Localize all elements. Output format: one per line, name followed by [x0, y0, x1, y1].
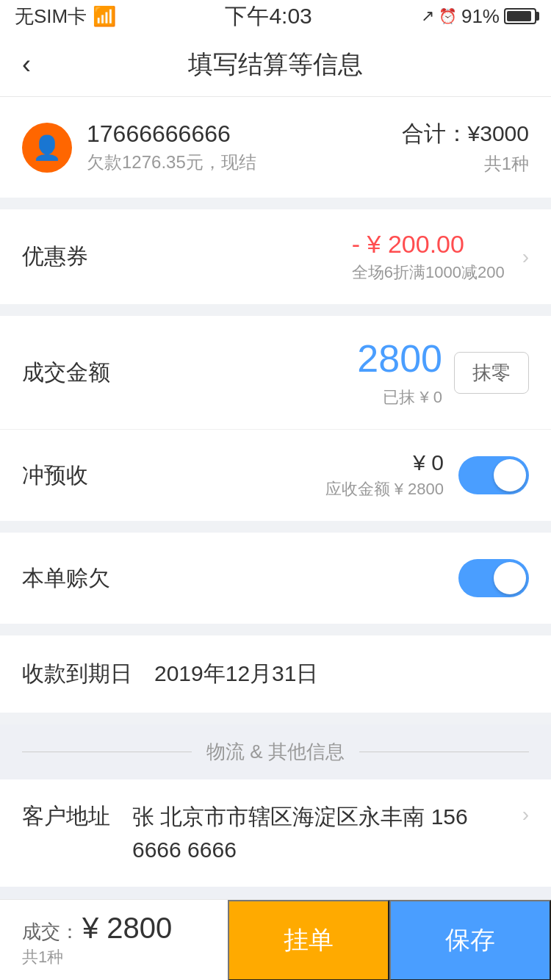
hang-button[interactable]: 挂单 — [228, 900, 389, 981]
total-count: 共1种 — [402, 152, 529, 176]
amount-row: 成交金额 2800 已抹 ¥ 0 抹零 — [0, 316, 551, 429]
advance-toggle[interactable] — [458, 456, 529, 494]
amount-label: 成交金额 — [22, 358, 110, 388]
avatar: 👤 — [22, 123, 72, 173]
carrier-text: 无SIM卡 — [15, 4, 87, 29]
customer-card: 👤 17666666666 欠款1276.35元，现结 合计：¥3000 共1种 — [0, 97, 551, 198]
location-icon: ↗ — [421, 7, 434, 26]
debt-row: 本单赊欠 — [0, 533, 551, 624]
address-chevron: › — [522, 803, 529, 826]
total-amount: 合计：¥3000 — [402, 119, 529, 149]
alarm-icon: ⏰ — [439, 7, 457, 25]
coupon-section: 优惠券 - ¥ 200.00 全场6折满1000减200 › — [0, 209, 551, 304]
status-right: ↗ ⏰ 91% — [421, 5, 536, 28]
bottom-deal-row: 成交： ¥ 2800 — [22, 912, 206, 945]
advance-label: 冲预收 — [22, 461, 88, 491]
amount-sub: 已抹 ¥ 0 — [383, 386, 442, 408]
status-time: 下午4:03 — [225, 1, 311, 32]
customer-phone: 17666666666 — [87, 120, 256, 148]
customer-debt: 欠款1276.35元，现结 — [87, 151, 256, 174]
coupon-amount-group: - ¥ 200.00 全场6折满1000减200 — [352, 230, 505, 284]
wifi-icon: 📶 — [93, 5, 116, 28]
customer-info: 17666666666 欠款1276.35元，现结 — [87, 120, 256, 174]
main-content: 👤 17666666666 欠款1276.35元，现结 合计：¥3000 共1种… — [0, 97, 551, 980]
advance-row: 冲预收 ¥ 0 应收金额 ¥ 2800 — [0, 429, 551, 521]
battery-icon — [504, 8, 536, 24]
coupon-desc: 全场6折满1000减200 — [352, 262, 505, 284]
save-button[interactable]: 保存 — [389, 900, 551, 981]
amount-row-right: 2800 已抹 ¥ 0 抹零 — [357, 336, 529, 408]
bottom-deal-label: 成交： — [22, 919, 79, 945]
advance-sub: 应收金额 ¥ 2800 — [325, 478, 444, 500]
coupon-chevron: › — [522, 245, 529, 269]
round-button[interactable]: 抹零 — [454, 352, 529, 394]
customer-right: 合计：¥3000 共1种 — [402, 119, 529, 176]
customer-left: 👤 17666666666 欠款1276.35元，现结 — [22, 120, 256, 174]
bottom-summary: 成交： ¥ 2800 共1种 — [0, 912, 228, 968]
bottom-bar: 成交： ¥ 2800 共1种 挂单 保存 — [0, 899, 551, 980]
amount-value: 2800 — [357, 336, 442, 381]
divider-line-right — [359, 752, 529, 752]
address-content: 张 北京市市辖区海淀区永丰南 156 6666 6666 — [132, 800, 522, 866]
amount-group: 2800 已抹 ¥ 0 — [357, 336, 442, 408]
debt-toggle[interactable] — [458, 559, 529, 597]
coupon-label: 优惠券 — [22, 242, 88, 272]
toggle-knob — [494, 459, 526, 491]
divider-section: 物流 & 其他信息 — [0, 724, 551, 779]
coupon-amount: - ¥ 200.00 — [352, 230, 505, 259]
avatar-icon: 👤 — [32, 134, 62, 162]
date-value: 2019年12月31日 — [154, 659, 318, 689]
amount-section: 成交金额 2800 已抹 ¥ 0 抹零 冲预收 ¥ 0 应收金额 ¥ 2800 — [0, 316, 551, 521]
advance-amount: ¥ 0 — [325, 450, 444, 475]
battery-text: 91% — [461, 5, 500, 28]
address-label: 客户地址 — [22, 801, 110, 832]
status-left: 无SIM卡 📶 — [15, 4, 116, 29]
advance-amount-group: ¥ 0 应收金额 ¥ 2800 — [325, 450, 444, 500]
page-title: 填写结算等信息 — [188, 48, 363, 82]
debt-label: 本单赊欠 — [22, 563, 110, 594]
divider-line-left — [22, 752, 192, 752]
nav-bar: ‹ 填写结算等信息 — [0, 32, 551, 97]
coupon-right: - ¥ 200.00 全场6折满1000减200 › — [352, 230, 529, 284]
debt-toggle-knob — [494, 562, 526, 594]
address-row[interactable]: 客户地址 张 北京市市辖区海淀区永丰南 156 6666 6666 › — [0, 779, 551, 887]
advance-right: ¥ 0 应收金额 ¥ 2800 — [325, 450, 529, 500]
bottom-count: 共1种 — [22, 946, 206, 968]
coupon-row[interactable]: 优惠券 - ¥ 200.00 全场6折满1000减200 › — [0, 209, 551, 304]
back-button[interactable]: ‹ — [15, 42, 38, 87]
divider-text: 物流 & 其他信息 — [192, 739, 359, 765]
date-label: 收款到期日 — [22, 659, 132, 689]
status-bar: 无SIM卡 📶 下午4:03 ↗ ⏰ 91% — [0, 0, 551, 32]
bottom-deal-amount: ¥ 2800 — [82, 912, 172, 945]
date-row: 收款到期日 2019年12月31日 — [0, 635, 551, 713]
